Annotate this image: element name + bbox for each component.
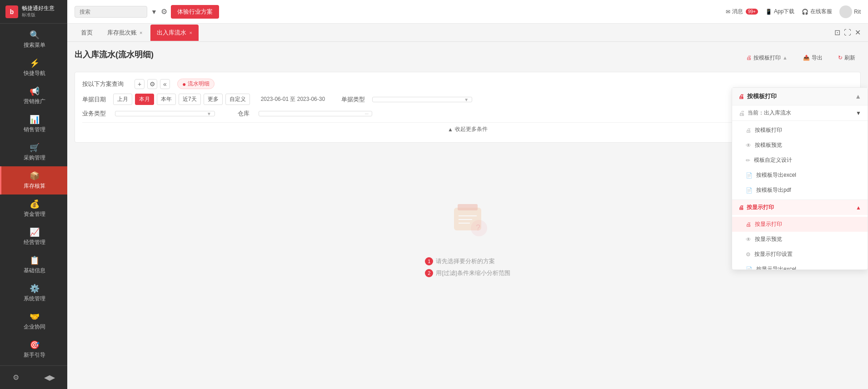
dropdown-header: 🖨 按模板打印 ▲ [732, 88, 868, 105]
template-design-icon: ✏ [746, 157, 750, 164]
warehouse-select[interactable] [259, 111, 372, 116]
sidebar-item-enterprise[interactable]: 🤝企业协同 [0, 307, 67, 335]
dropdown-item-display-excel[interactable]: 📄 按显示导出excel [732, 262, 868, 269]
print-template-button[interactable]: 🖨 按模板打印 ▲ [741, 51, 793, 65]
sidebar-item-inventory[interactable]: 📦库存核算 [0, 166, 67, 194]
tab-batch[interactable]: 库存批次账 × [101, 25, 149, 41]
user-menu[interactable]: Rit [839, 5, 861, 18]
tab-flow[interactable]: 出入库流水 × [150, 25, 198, 41]
template-print-icon: 🖨 [746, 127, 751, 134]
dropdown-item-template-preview[interactable]: 👁 按模板预览 [732, 138, 868, 153]
search-icon: 🔍 [30, 30, 40, 40]
customer-service-button[interactable]: 🎧 在线客服 [802, 8, 832, 15]
guide-icon: 🎯 [30, 340, 40, 350]
sidebar-item-quick-nav[interactable]: ⚡快捷导航 [0, 54, 67, 82]
purchase-icon: 🛒 [30, 143, 40, 153]
tab-batch-label: 库存批次账 [107, 29, 137, 37]
biz-type-label: 业务类型 [82, 110, 106, 118]
display-print-header-left: 🖨 按显示打印 [738, 204, 774, 211]
empty-tip-2-text: 用[过滤]条件来缩小分析范围 [436, 267, 510, 279]
export-icon: 📤 [803, 55, 810, 61]
printer-icon-2: 🖨 [738, 93, 744, 100]
phone-icon: 📱 [765, 9, 772, 15]
user-name: Rit [854, 9, 861, 15]
dropdown-item-template-pdf[interactable]: 📄 按模板导出pdf [732, 183, 868, 198]
dropdown-title-label: 按模板打印 [747, 92, 777, 100]
operations-icon: 📈 [30, 227, 40, 237]
date-this-month[interactable]: 本月 [135, 94, 154, 105]
collapse-filter-button[interactable]: « [160, 79, 170, 89]
dropdown-item-display-settings[interactable]: ⚙ 按显示打印设置 [732, 247, 868, 262]
doc-type-select[interactable] [372, 97, 472, 102]
settings-icon[interactable]: ⚙ [10, 370, 22, 384]
sidebar-item-label-system: 系统管理 [24, 295, 45, 303]
collapse-sidebar-icon[interactable]: ◀▶ [41, 370, 58, 384]
print-template-label: 按模板打印 [753, 54, 781, 62]
sidebar-item-purchase[interactable]: 🛒采购管理 [0, 138, 67, 166]
filter-tag[interactable]: ● 流水明细 [177, 79, 215, 89]
biz-type-select[interactable] [115, 111, 215, 116]
warehouse-label: 仓库 [238, 110, 249, 118]
sidebar-item-label-quick-nav: 快捷导航 [24, 70, 45, 77]
display-print-section-header[interactable]: 🖨 按显示打印 ▲ [732, 200, 868, 215]
tab-batch-close-icon[interactable]: × [140, 30, 142, 35]
sidebar-item-guide[interactable]: 🎯新手引导 [0, 335, 67, 364]
dropdown-close-icon[interactable]: ▲ [855, 93, 861, 100]
tab-home[interactable]: 首页 [75, 25, 99, 41]
message-button[interactable]: ✉ 消息 99+ [726, 8, 758, 15]
sidebar-item-label-basic: 基础信息 [24, 267, 45, 274]
sidebar-item-operations[interactable]: 📈经营管理 [0, 223, 67, 251]
user-avatar [839, 5, 852, 18]
sidebar-item-sales[interactable]: 📊销售管理 [0, 110, 67, 138]
add-filter-button[interactable]: + [135, 79, 145, 89]
system-icon: ⚙️ [30, 284, 40, 294]
restore-window-icon[interactable]: ⊡ [834, 28, 840, 37]
sidebar-item-search[interactable]: 🔍搜索菜单 [0, 25, 67, 54]
sidebar-item-finance[interactable]: 💰资金管理 [0, 194, 67, 223]
app-download-button[interactable]: 📱 App下载 [765, 8, 794, 15]
svg-text:?: ? [476, 223, 480, 232]
date-custom[interactable]: 自定义 [225, 94, 250, 105]
date-last-7days[interactable]: 近7天 [179, 94, 201, 105]
finance-icon: 💰 [30, 199, 40, 209]
app-download-label: App下载 [774, 8, 794, 15]
quick-nav-icon: ⚡ [30, 58, 40, 68]
template-print-section: 🖨 按模板打印 👁 按模板预览 ✏ 模板自定义设计 📄 按模板导出excel [732, 121, 868, 200]
expand-window-icon[interactable]: ⛶ [844, 29, 851, 37]
display-print-item-icon: 🖨 [746, 221, 751, 228]
sidebar-item-label-enterprise: 企业协同 [24, 323, 45, 331]
search-input[interactable] [75, 6, 147, 18]
sidebar-item-basic[interactable]: 📋基础信息 [0, 251, 67, 279]
dropdown-scrollable: 🖨 按模板打印 ▲ 🖨 当前：出入库流水 ▼ 🖨 按模板打印 [732, 88, 868, 269]
date-last-month[interactable]: 上月 [113, 94, 132, 105]
date-shortcuts: 上月 本月 本年 近7天 更多 自定义 [113, 94, 250, 105]
topbar-gear-icon[interactable]: ⚙ [161, 7, 167, 16]
sidebar-bottom: ⚙ ◀▶ [0, 365, 67, 389]
date-more[interactable]: 更多 [204, 94, 223, 105]
tab-flow-close-icon[interactable]: × [189, 30, 192, 35]
display-settings-icon: ⚙ [746, 251, 751, 258]
sidebar-item-system[interactable]: ⚙️系统管理 [0, 279, 67, 307]
dropdown-item-template-excel[interactable]: 📄 按模板导出excel [732, 168, 868, 183]
tabbar: 首页 库存批次账 × 出入库流水 × ⊡ ⛶ ✕ [67, 24, 868, 42]
date-this-year[interactable]: 本年 [157, 94, 176, 105]
close-window-icon[interactable]: ✕ [855, 28, 861, 37]
sidebar-item-label-search: 搜索菜单 [24, 41, 45, 49]
sidebar-item-marketing[interactable]: 📢营销推广 [0, 82, 67, 110]
topbar: ▼ ⚙ 体验行业方案 ✉ 消息 99+ 📱 App下载 🎧 在线客服 Rit [67, 0, 868, 24]
dropdown-item-display-print[interactable]: 🖨 按显示打印 [732, 217, 868, 232]
dropdown-title: 🖨 按模板打印 [738, 92, 777, 100]
dropdown-item-template-design[interactable]: ✏ 模板自定义设计 [732, 153, 868, 168]
refresh-button[interactable]: ↻ 刷新 [833, 51, 861, 65]
display-preview-icon: 👁 [746, 236, 751, 243]
date-label: 单据日期 [82, 95, 106, 104]
inventory-icon: 📦 [30, 171, 40, 181]
export-button[interactable]: 📤 导出 [798, 51, 828, 65]
doc-type-select-wrapper: ▼ [372, 97, 472, 102]
trial-button[interactable]: 体验行业方案 [171, 5, 219, 19]
empty-tip-1: 1 请先选择要分析的方案 [425, 255, 510, 267]
dropdown-item-display-preview[interactable]: 👁 按显示预览 [732, 232, 868, 247]
config-filter-button[interactable]: ⚙ [147, 79, 157, 89]
dropdown-item-template-print[interactable]: 🖨 按模板打印 [732, 123, 868, 138]
search-dropdown-icon[interactable]: ▼ [151, 8, 157, 15]
